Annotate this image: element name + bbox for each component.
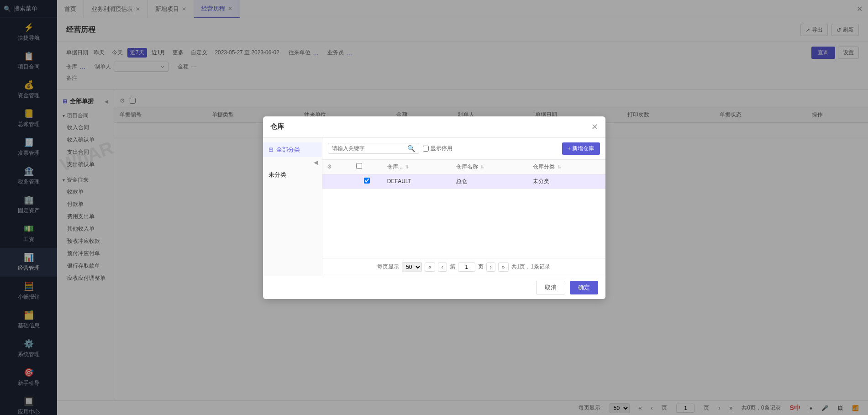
modal-col-code: 仓库... ⇅ (383, 160, 452, 174)
all-category-label: 全部分类 (276, 146, 300, 154)
row-category-cell: 未分类 (528, 174, 605, 189)
modal-last-page[interactable]: » (498, 263, 509, 272)
modal-select-all[interactable] (356, 163, 362, 169)
modal-next-page[interactable]: › (486, 263, 495, 272)
all-category-icon: ⊞ (268, 146, 274, 153)
sort-icon: ⇅ (405, 164, 409, 169)
cancel-button[interactable]: 取消 (536, 281, 565, 294)
modal-per-page-label: 每页显示 (377, 263, 399, 271)
modal-per-page-select[interactable]: 50 (402, 262, 422, 272)
row-name-cell: 总仓 (452, 174, 528, 189)
show-disabled-checkbox[interactable]: 显示停用 (423, 145, 452, 152)
modal-settings-icon[interactable]: ⚙ (327, 163, 332, 170)
modal-total-label: 共1页，1条记录 (511, 263, 550, 271)
modal-page-suffix: 页 (478, 263, 484, 271)
collapse-arrow-icon: ◀ (314, 159, 318, 166)
row-checkbox[interactable] (364, 178, 370, 184)
modal-table-area: ⚙ 仓库... ⇅ 仓库名称 (322, 160, 605, 258)
modal-pagination: 每页显示 50 « ‹ 第 页 › » 共1页，1条记录 (322, 258, 605, 276)
modal-body: ⊞ 全部分类 ◀ 未分类 🔍 (263, 138, 605, 276)
uncategorized-label: 未分类 (268, 171, 286, 179)
modal-footer: 取消 确定 (263, 276, 605, 299)
modal-page-label: 第 (450, 263, 455, 271)
modal-title: 仓库 (270, 122, 284, 131)
table-row[interactable]: DEFAULT 总仓 未分类 (322, 174, 605, 189)
modal-search-box[interactable]: 🔍 (328, 143, 419, 154)
modal-category-uncategorized[interactable]: 未分类 (263, 168, 322, 182)
modal-left-panel: ⊞ 全部分类 ◀ 未分类 (263, 138, 322, 276)
modal-prev-page[interactable]: ‹ (438, 263, 447, 272)
modal-col-checkbox (352, 160, 383, 174)
show-disabled-label: 显示停用 (431, 145, 452, 152)
modal-search-input[interactable] (332, 145, 405, 152)
warehouse-modal: 仓库 ✕ ⊞ 全部分类 ◀ 未分类 (263, 116, 605, 299)
modal-right-panel: 🔍 显示停用 + 新增仓库 ⚙ (322, 138, 605, 276)
modal-col-settings: ⚙ (322, 160, 352, 174)
modal-category-all[interactable]: ⊞ 全部分类 (263, 142, 322, 157)
modal-left-collapse[interactable]: ◀ (263, 157, 322, 168)
row-settings-cell (322, 174, 352, 189)
add-warehouse-button[interactable]: + 新增仓库 (562, 142, 600, 155)
confirm-button[interactable]: 确定 (570, 281, 598, 294)
sort-icon-3: ⇅ (558, 164, 561, 169)
modal-search-icon: 🔍 (407, 145, 415, 152)
modal-close-button[interactable]: ✕ (591, 122, 598, 132)
modal-page-input[interactable] (458, 263, 475, 272)
modal-toolbar: 🔍 显示停用 + 新增仓库 (322, 138, 605, 160)
modal-header: 仓库 ✕ (263, 116, 605, 138)
modal-data-table: ⚙ 仓库... ⇅ 仓库名称 (322, 160, 605, 189)
sort-icon-2: ⇅ (480, 164, 484, 169)
modal-first-page[interactable]: « (425, 263, 435, 272)
modal-col-category: 仓库分类 ⇅ (528, 160, 605, 174)
modal-col-name: 仓库名称 ⇅ (452, 160, 528, 174)
row-code-cell: DEFAULT (383, 174, 452, 189)
row-checkbox-cell[interactable] (352, 174, 383, 189)
show-disabled-checkbox-input[interactable] (423, 146, 429, 152)
